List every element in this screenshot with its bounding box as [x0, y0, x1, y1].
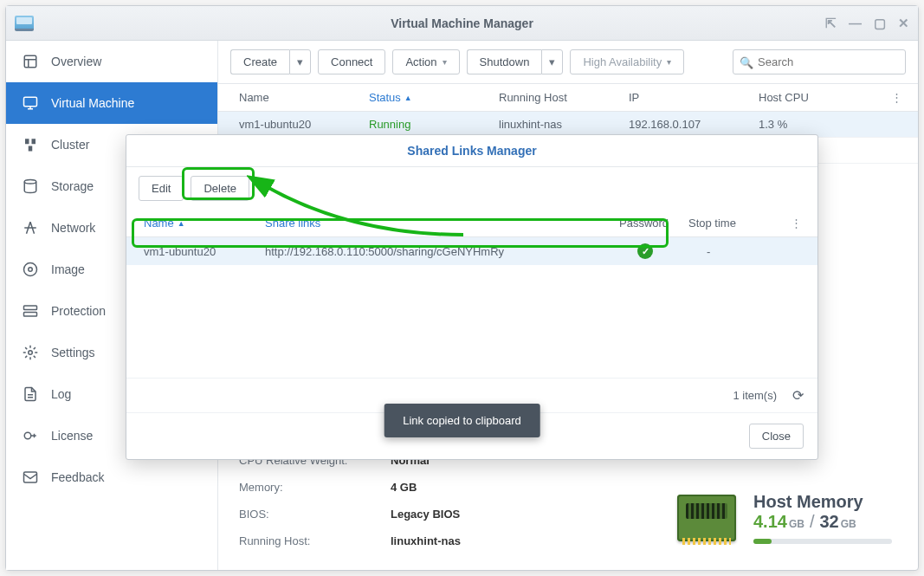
svg-rect-9 — [24, 313, 37, 317]
titlebar: Virtual Machine Manager ⇱ — ▢ ✕ — [6, 6, 918, 41]
sidebar-item-label: License — [51, 429, 93, 443]
search-input[interactable] — [733, 49, 906, 74]
svg-rect-2 — [25, 139, 29, 144]
host-memory-title: Host Memory — [753, 492, 892, 512]
modal-col-link[interactable]: Share links — [260, 210, 614, 236]
license-icon — [22, 427, 39, 444]
modal-cell-stop: - — [701, 240, 805, 263]
settings-icon — [22, 344, 39, 361]
toolbar: Create ▾ Connect Action Shutdown ▾ High … — [218, 41, 918, 84]
svg-point-11 — [24, 432, 31, 439]
app-icon — [15, 16, 34, 31]
create-split-button[interactable]: Create ▾ — [230, 49, 311, 74]
cell-status: Running — [360, 113, 490, 135]
sort-asc-icon: ▲ — [178, 219, 185, 228]
maximize-icon[interactable]: ▢ — [874, 16, 886, 31]
svg-point-6 — [24, 263, 37, 276]
storage-icon — [22, 178, 39, 195]
create-dropdown-caret[interactable]: ▾ — [289, 49, 311, 74]
svg-rect-1 — [24, 97, 37, 107]
shutdown-dropdown-caret[interactable]: ▾ — [541, 49, 563, 74]
close-icon[interactable]: ✕ — [898, 16, 909, 31]
svg-point-10 — [29, 351, 33, 355]
toast-message: Link copied to clipboard — [384, 404, 540, 437]
cell-ip: 192.168.0.107 — [620, 113, 750, 135]
svg-rect-3 — [32, 139, 36, 144]
modal-table-row[interactable]: vm1-ubuntu20 http://192.168.0.110:5000/s… — [126, 237, 817, 265]
memory-chip-icon — [677, 495, 736, 541]
sidebar-item-label: Settings — [51, 346, 95, 359]
col-status[interactable]: Status ▲ — [360, 84, 490, 111]
svg-point-5 — [24, 180, 36, 184]
sidebar-item-overview[interactable]: Overview — [6, 41, 217, 82]
modal-col-more-icon[interactable]: ⋮ — [787, 210, 805, 236]
modal-cell-password: ✓ — [632, 238, 701, 264]
search-icon: 🔍 — [740, 55, 753, 68]
sidebar-item-label: Image — [51, 262, 85, 276]
delete-button[interactable]: Delete — [191, 176, 249, 201]
check-icon: ✓ — [637, 243, 653, 259]
host-memory-value: 4.14GB/32GB — [753, 512, 892, 532]
sidebar-item-feedback[interactable]: Feedback — [6, 456, 217, 498]
vm-table-header: Name Status ▲ Running Host IP Host CPU ⋮ — [218, 84, 918, 112]
modal-cell-link: http://192.168.0.110:5000/sharing/cGeNYH… — [260, 240, 632, 263]
cluster-icon — [22, 136, 39, 153]
svg-rect-8 — [24, 306, 37, 310]
sidebar-item-label: Protection — [51, 304, 106, 318]
ha-button[interactable]: High Availability — [570, 49, 684, 74]
overview-icon — [22, 53, 39, 70]
action-button[interactable]: Action — [392, 49, 459, 74]
sidebar-item-label: Virtual Machine — [51, 96, 134, 110]
sort-asc-icon: ▲ — [404, 94, 412, 102]
modal-col-password[interactable]: Password — [614, 210, 683, 236]
modal-col-stop[interactable]: Stop time — [683, 210, 787, 236]
pin-icon[interactable]: ⇱ — [825, 16, 837, 31]
modal-item-count: 1 item(s) — [733, 389, 777, 402]
sidebar-item-label: Overview — [51, 55, 101, 68]
sidebar-item-label: Log — [51, 387, 71, 401]
vm-icon — [22, 94, 39, 112]
refresh-icon[interactable]: ⟳ — [792, 387, 804, 404]
edit-button[interactable]: Edit — [139, 176, 184, 201]
cell-name: vm1-ubuntu20 — [230, 113, 360, 135]
shutdown-button[interactable]: Shutdown — [467, 49, 542, 74]
sidebar-item-label: Feedback — [51, 470, 104, 484]
shutdown-split-button[interactable]: Shutdown ▾ — [467, 49, 564, 74]
svg-rect-12 — [24, 472, 37, 482]
col-host[interactable]: Running Host — [490, 84, 620, 111]
create-button[interactable]: Create — [230, 49, 289, 74]
col-cpu[interactable]: Host CPU — [750, 84, 863, 111]
feedback-icon — [22, 469, 39, 486]
minimize-icon[interactable]: — — [849, 16, 862, 31]
cell-cpu: 1.3 % — [750, 113, 863, 135]
log-icon — [22, 385, 39, 403]
protection-icon — [22, 302, 39, 320]
sidebar-item-virtual-machine[interactable]: Virtual Machine — [6, 82, 217, 124]
host-memory-bar — [753, 539, 892, 544]
connect-button[interactable]: Connect — [318, 49, 385, 74]
cell-host: linuxhint-nas — [490, 113, 620, 135]
col-more-icon[interactable]: ⋮ — [888, 84, 906, 111]
modal-title: Shared Links Manager — [126, 135, 817, 167]
modal-col-name[interactable]: Name ▲ — [139, 210, 260, 236]
col-name[interactable]: Name — [230, 84, 360, 111]
sidebar-item-label: Storage — [51, 179, 94, 193]
window-title: Virtual Machine Manager — [391, 16, 533, 30]
host-memory-card: Host Memory 4.14GB/32GB — [677, 492, 892, 544]
col-ip[interactable]: IP — [620, 84, 750, 111]
svg-rect-4 — [29, 146, 33, 152]
network-icon — [22, 219, 39, 236]
close-button[interactable]: Close — [749, 424, 804, 449]
search-wrapper: 🔍 — [733, 49, 906, 74]
image-icon — [22, 261, 39, 278]
sidebar-item-label: Cluster — [51, 138, 89, 152]
modal-cell-name: vm1-ubuntu20 — [139, 240, 260, 263]
sidebar-item-label: Network — [51, 221, 95, 235]
svg-point-7 — [29, 268, 33, 272]
svg-rect-0 — [24, 55, 36, 68]
